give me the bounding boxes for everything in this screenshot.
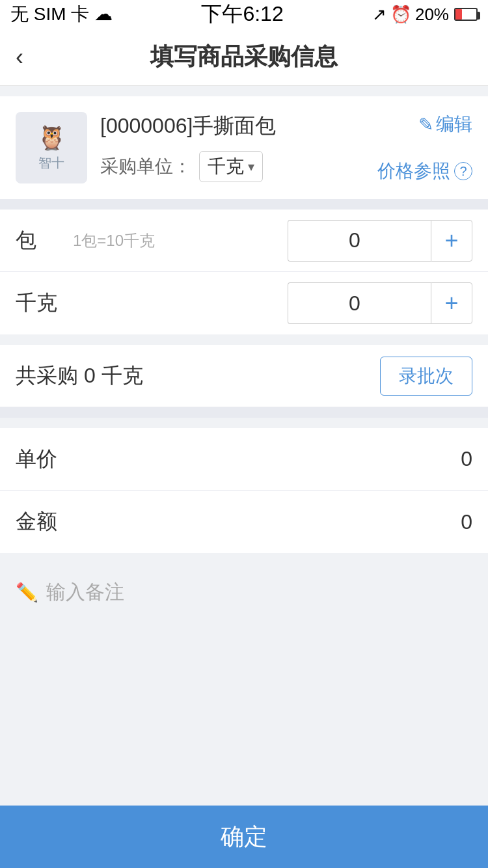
status-left: 无 SIM 卡 ☁: [10, 2, 113, 27]
total-text: 共采购 0 千克: [16, 362, 380, 390]
price-ref-label: 价格参照: [377, 159, 450, 183]
edit-icon: ✎: [418, 114, 433, 135]
nav-title: 填写商品采购信息: [150, 41, 338, 73]
kg-input-wrapper: +: [288, 282, 472, 324]
total-row: 共采购 0 千克 录批次: [0, 345, 488, 407]
nav-bar: ‹ 填写商品采购信息: [0, 29, 488, 86]
status-time: 下午6:12: [201, 0, 283, 29]
status-bar: 无 SIM 卡 ☁ 下午6:12 ↗ ⏰ 20%: [0, 0, 488, 29]
product-card: 🦉 智十 [0000006]手撕面包 采购单位： 千克 ▾ ✎ 编辑 价格参照 …: [0, 96, 488, 199]
kg-plus-button[interactable]: +: [431, 282, 472, 324]
pack-plus-button[interactable]: +: [431, 220, 472, 262]
edit-label: 编辑: [436, 112, 472, 137]
kg-label: 千克: [16, 289, 68, 318]
pack-label: 包: [16, 226, 68, 255]
location-icon: ↗: [372, 5, 386, 25]
unit-label: 采购单位：: [100, 154, 191, 179]
pack-input[interactable]: [288, 220, 431, 262]
product-name: [0000006]手撕面包: [100, 112, 472, 141]
alarm-icon: ⏰: [390, 5, 411, 25]
total-section: 共采购 0 千克 录批次: [0, 345, 488, 407]
input-section: 包 1包=10千克 + 千克 +: [0, 210, 488, 334]
product-owl-icon: 🦉: [37, 124, 66, 152]
amount-row: 金额 0: [0, 491, 488, 553]
pencil-icon: ✏️: [16, 582, 38, 603]
chevron-down-icon: ▾: [248, 159, 254, 174]
input-row-pack: 包 1包=10千克 +: [0, 210, 488, 272]
amount-label: 金额: [16, 508, 461, 536]
pack-sub-label: 1包=10千克: [73, 230, 288, 251]
divider-2: [0, 407, 488, 418]
unit-dropdown[interactable]: 千克 ▾: [199, 151, 263, 182]
unit-price-label: 单价: [16, 445, 461, 474]
remark-placeholder: 输入备注: [46, 579, 124, 606]
battery-label: 20%: [415, 5, 449, 25]
product-image-label: 智十: [38, 154, 64, 172]
info-icon: ?: [454, 162, 472, 180]
amount-value: 0: [461, 510, 472, 534]
price-ref-button[interactable]: 价格参照 ?: [377, 159, 472, 183]
divider-1: [0, 199, 488, 210]
kg-input[interactable]: [288, 282, 431, 324]
unit-price-value: 0: [461, 447, 472, 471]
record-batch-button[interactable]: 录批次: [380, 357, 472, 396]
confirm-label: 确定: [221, 821, 267, 853]
back-button[interactable]: ‹: [16, 44, 23, 71]
battery-icon: [454, 8, 478, 21]
status-right: ↗ ⏰ 20%: [372, 5, 478, 25]
price-section: 单价 0 金额 0: [0, 428, 488, 553]
unit-price-row: 单价 0: [0, 428, 488, 491]
content-spacer: [0, 621, 488, 830]
confirm-bar[interactable]: 确定: [0, 806, 488, 868]
edit-button[interactable]: ✎ 编辑: [418, 112, 472, 137]
unit-value: 千克: [208, 154, 244, 179]
remark-section[interactable]: ✏️ 输入备注: [0, 563, 488, 621]
pack-input-wrapper: +: [288, 220, 472, 262]
product-image: 🦉 智十: [16, 112, 87, 183]
input-row-kg: 千克 +: [0, 272, 488, 334]
sim-label: 无 SIM 卡 ☁: [10, 2, 113, 27]
